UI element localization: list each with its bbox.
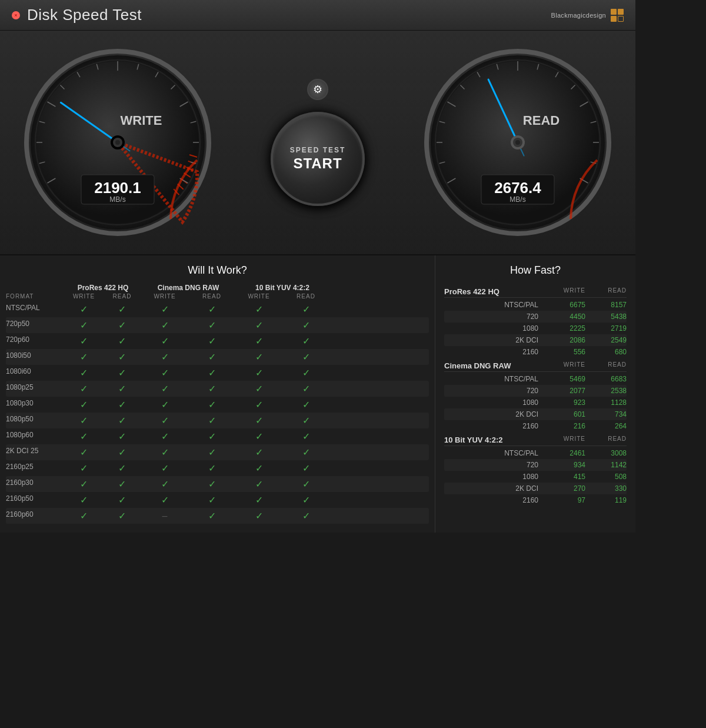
hf-row-label: 2160 [444,496,544,504]
check-mark: ✓ [255,383,263,394]
check-cell: ✓ [235,335,282,347]
check-mark: ✓ [161,399,169,410]
hf-row-write: 2225 [544,324,585,333]
hf-data-row: 1080 2225 2719 [444,323,627,334]
check-cell: ✓ [188,510,235,521]
check-mark: ✓ [302,383,310,394]
col-write-1: WRITE [65,293,103,300]
check-mark: ✓ [302,431,310,442]
check-cell: ✓ [282,463,329,474]
table-row: 720p50✓✓✓✓✓✓ [6,317,429,333]
table-row: 1080p30✓✓✓✓✓✓ [6,397,429,413]
format-cell: 2160p60 [6,510,65,521]
hf-row-read: 330 [585,484,627,493]
check-cell: ✓ [141,431,188,442]
will-it-work-rows: NTSC/PAL✓✓✓✓✓✓720p50✓✓✓✓✓✓720p60✓✓✓✓✓✓10… [6,301,429,524]
check-cell: ✓ [141,304,188,315]
table-row: 2160p30✓✓✓✓✓✓ [6,476,429,492]
check-mark: ✓ [118,320,126,331]
hf-data-row: 2160 556 680 [444,346,627,358]
hf-section-header: Cinema DNG RAW WRITE READ [444,358,627,372]
check-cell: ✓ [235,351,282,363]
check-mark: ✓ [118,383,126,394]
check-cell: ✓ [282,351,329,363]
hf-row-read: 2719 [585,324,627,333]
title-left: × Disk Speed Test [12,6,142,24]
hf-row-write: 2077 [544,387,585,395]
speed-test-start-button[interactable]: SPEED TEST START [271,112,365,206]
check-cell: ✓ [65,320,103,331]
check-mark: ✓ [255,399,263,410]
check-cell: ✓ [103,304,141,315]
check-cell: ✓ [65,351,103,363]
check-mark: ✓ [161,320,169,331]
hf-row-write: 934 [544,461,585,469]
check-cell: ✓ [103,335,141,347]
check-cell: ✓ [141,415,188,426]
check-mark: ✓ [255,510,263,521]
gauges-section: WRITE 2190.1 MB/s ⚙ SPEED TEST START [0,31,635,255]
check-mark: ✓ [302,351,310,363]
hf-row-write: 601 [544,410,585,418]
check-mark: ✓ [118,367,126,378]
check-cell: ✓ [65,415,103,426]
check-cell: ✓ [65,335,103,347]
close-button[interactable]: × [12,11,20,19]
check-cell: ✓ [103,367,141,378]
gear-icon[interactable]: ⚙ [307,79,328,100]
check-cell: ✓ [282,367,329,378]
check-cell: ✓ [282,494,329,506]
format-cell: 1080p60 [6,431,65,442]
check-cell: ✓ [103,510,141,521]
check-mark: ✓ [80,431,88,442]
table-row: 2160p60✓✓–✓✓✓ [6,508,429,524]
table-row: 2160p25✓✓✓✓✓✓ [6,460,429,476]
check-cell: ✓ [188,367,235,378]
check-mark: ✓ [255,320,263,331]
check-cell: ✓ [282,415,329,426]
format-cell: 1080p25 [6,383,65,394]
write-gauge: WRITE 2190.1 MB/s [24,48,212,237]
check-mark: ✓ [161,335,169,347]
check-mark: ✓ [208,478,216,490]
col-write-2: WRITE [141,293,188,300]
check-cell: ✓ [65,383,103,394]
hf-row-write: 415 [544,473,585,481]
hf-row-write: 4450 [544,313,585,321]
hf-data-row: 2160 97 119 [444,494,627,506]
write-gauge-svg: WRITE 2190.1 MB/s [24,48,212,237]
check-mark: ✓ [208,415,216,426]
hf-row-read: 680 [585,348,627,356]
check-cell: ✓ [65,494,103,506]
check-cell: ✓ [188,304,235,315]
check-mark: ✓ [302,304,310,315]
table-row: 2K DCI 25✓✓✓✓✓✓ [6,444,429,460]
check-cell: ✓ [282,320,329,331]
svg-text:WRITE: WRITE [121,113,162,128]
check-cell: ✓ [141,399,188,410]
hf-row-read: 734 [585,410,627,418]
check-mark: ✓ [208,367,216,378]
check-mark: ✓ [208,399,216,410]
check-cell: ✓ [141,383,188,394]
hf-row-read: 2549 [585,336,627,344]
check-mark: ✓ [161,383,169,394]
check-cell: ✓ [65,431,103,442]
check-mark: ✓ [118,447,126,458]
check-mark: ✓ [255,494,263,506]
format-cell: 1080p30 [6,399,65,410]
codec-header-empty [6,284,65,292]
hf-data-row: 720 4450 5438 [444,311,627,323]
hf-data-row: 2K DCI 601 734 [444,408,627,420]
check-mark: ✓ [255,335,263,347]
check-cell: ✓ [141,447,188,458]
check-mark: ✓ [208,494,216,506]
title-bar: × Disk Speed Test Blackmagicdesign [0,0,635,31]
check-cell: ✓ [188,383,235,394]
check-cell: ✓ [103,351,141,363]
check-cell: ✓ [188,431,235,442]
check-mark: ✓ [80,335,88,347]
check-cell: ✓ [235,447,282,458]
check-mark: ✓ [208,447,216,458]
format-cell: 1080i50 [6,351,65,363]
